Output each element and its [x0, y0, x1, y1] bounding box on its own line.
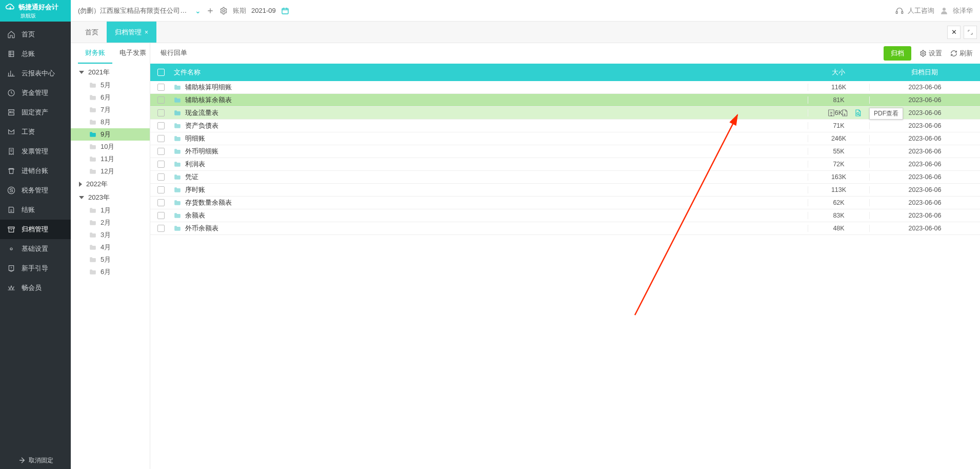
- subtab[interactable]: 银行回单: [153, 43, 194, 64]
- vip-icon: [7, 284, 15, 292]
- table-row[interactable]: 外币余额表48K2023-06-06: [150, 222, 980, 235]
- row-checkbox[interactable]: [157, 109, 165, 116]
- add-icon[interactable]: [206, 7, 214, 15]
- table-row[interactable]: 存货数量余额表62K2023-06-06: [150, 197, 980, 209]
- row-checkbox[interactable]: [157, 84, 165, 91]
- period-value[interactable]: 2021-09: [251, 7, 276, 14]
- table-row[interactable]: 现金流量表6K2023-06-06 PDF查看: [150, 107, 980, 120]
- guide-icon: [7, 264, 15, 272]
- table-row[interactable]: 凭证163K2023-06-06: [150, 171, 980, 184]
- row-checkbox[interactable]: [157, 199, 165, 206]
- table-row[interactable]: 资产负债表71K2023-06-06: [150, 120, 980, 132]
- close-icon[interactable]: ×: [145, 29, 148, 36]
- month-node[interactable]: 6月: [71, 91, 150, 104]
- nav-item-settings[interactable]: 基础设置: [0, 239, 71, 259]
- row-checkbox-cell: [150, 122, 172, 129]
- download-pdf-icon[interactable]: [841, 109, 849, 117]
- nav-item-invoice[interactable]: 发票管理: [0, 142, 71, 161]
- row-checkbox[interactable]: [157, 225, 165, 232]
- select-all-checkbox[interactable]: [157, 69, 165, 76]
- nav-item-label: 工资: [22, 127, 35, 136]
- row-checkbox[interactable]: [157, 96, 165, 104]
- month-node[interactable]: 5月: [71, 79, 150, 91]
- month-node[interactable]: 8月: [71, 116, 150, 128]
- month-node[interactable]: 5月: [71, 253, 150, 266]
- month-node[interactable]: 12月: [71, 165, 150, 178]
- page-tab[interactable]: 首页: [77, 22, 107, 43]
- month-node[interactable]: 10月: [71, 141, 150, 153]
- expand-button[interactable]: [964, 26, 977, 39]
- nav-item-label: 进销台账: [22, 166, 48, 175]
- table-row[interactable]: 序时账113K2023-06-06: [150, 184, 980, 197]
- month-node[interactable]: 7月: [71, 104, 150, 116]
- row-checkbox[interactable]: [157, 148, 165, 155]
- year-node[interactable]: 2022年: [71, 178, 150, 191]
- nav-item-home[interactable]: 首页: [0, 25, 71, 44]
- row-checkbox[interactable]: [157, 173, 165, 181]
- subtab[interactable]: 电子发票: [112, 43, 153, 64]
- pdf-view-icon[interactable]: [854, 109, 862, 117]
- user-menu[interactable]: 徐泽华: [939, 6, 973, 15]
- nav-item-close[interactable]: 结账: [0, 200, 71, 220]
- row-checkbox[interactable]: [157, 122, 165, 129]
- month-node[interactable]: 2月: [71, 217, 150, 229]
- nav-item-ledger[interactable]: 总账: [0, 44, 71, 64]
- folder-icon: [89, 269, 96, 275]
- month-node[interactable]: 4月: [71, 241, 150, 253]
- support-link[interactable]: 人工咨询: [895, 6, 934, 15]
- nav-item-tax[interactable]: 税务管理: [0, 181, 71, 200]
- month-node[interactable]: 6月: [71, 266, 150, 278]
- nav-item-label: 云报表中心: [22, 69, 55, 78]
- row-checkbox[interactable]: [157, 135, 165, 142]
- row-name-label: 辅助核算明细账: [185, 83, 232, 92]
- cloud-icon: [5, 2, 15, 12]
- year-node[interactable]: 2021年: [71, 66, 150, 79]
- month-node[interactable]: 3月: [71, 229, 150, 241]
- toolbar-refresh-label: 刷新: [959, 49, 973, 58]
- nav-item-label: 税务管理: [22, 186, 48, 195]
- month-node[interactable]: 9月: [71, 128, 150, 141]
- year-label: 2021年: [88, 68, 110, 77]
- nav-item-chart[interactable]: 云报表中心: [0, 64, 71, 83]
- folder-icon: [89, 168, 96, 174]
- nav-item-archive[interactable]: 归档管理: [0, 220, 71, 239]
- year-node[interactable]: 2023年: [71, 191, 150, 204]
- nav-item-wallet[interactable]: 资金管理: [0, 83, 71, 103]
- wallet-icon: [7, 89, 15, 97]
- row-checkbox-cell: [150, 212, 172, 219]
- nav-item-guide[interactable]: 新手引导: [0, 259, 71, 278]
- subtab[interactable]: 财务账: [78, 43, 112, 64]
- month-node[interactable]: 1月: [71, 204, 150, 217]
- row-checkbox[interactable]: [157, 186, 165, 193]
- table-row[interactable]: 利润表72K2023-06-06: [150, 158, 980, 171]
- headset-icon: [895, 7, 904, 15]
- table-row[interactable]: 外币明细账55K2023-06-06: [150, 145, 980, 158]
- nav-item-vip[interactable]: 畅会员: [0, 278, 71, 298]
- table-row[interactable]: 明细账246K2023-06-06: [150, 132, 980, 145]
- toolbar-settings[interactable]: 设置: [919, 49, 942, 58]
- table-row[interactable]: 辅助核算明细账116K2023-06-06: [150, 81, 980, 94]
- archive-button[interactable]: 归档: [884, 46, 911, 61]
- page-tab[interactable]: 归档管理×: [107, 22, 156, 43]
- gear-icon[interactable]: [219, 7, 228, 15]
- calendar-icon[interactable]: [281, 7, 289, 15]
- table-header: 文件名称 大小 归档日期: [150, 64, 980, 81]
- row-checkbox[interactable]: [157, 212, 165, 219]
- sidebar-unpin[interactable]: 取消固定: [0, 452, 71, 469]
- folder-icon: [89, 144, 96, 150]
- row-name-cell: 存货数量余额表: [172, 199, 808, 207]
- toolbar-refresh[interactable]: 刷新: [950, 49, 973, 58]
- company-selector[interactable]: (勿删）江西服宝精品有限责任公司（... ⌄: [78, 6, 201, 15]
- close-tab-button[interactable]: ✕: [947, 26, 961, 39]
- table-row[interactable]: 余额表83K2023-06-06: [150, 209, 980, 222]
- nav-item-stock[interactable]: 进销台账: [0, 161, 71, 181]
- month-label: 1月: [101, 206, 111, 215]
- sidebar: 畅捷通好会计 旗舰版 首页总账云报表中心资金管理固定资产工资发票管理进销台账税务…: [0, 0, 71, 469]
- table-row[interactable]: 辅助核算余额表81K2023-06-06: [150, 94, 980, 107]
- caret-down-icon: [79, 196, 84, 199]
- row-checkbox[interactable]: [157, 161, 165, 168]
- nav-item-asset[interactable]: 固定资产: [0, 103, 71, 122]
- month-node[interactable]: 11月: [71, 153, 150, 165]
- nav-item-salary[interactable]: 工资: [0, 122, 71, 142]
- download-excel-icon[interactable]: [827, 109, 835, 117]
